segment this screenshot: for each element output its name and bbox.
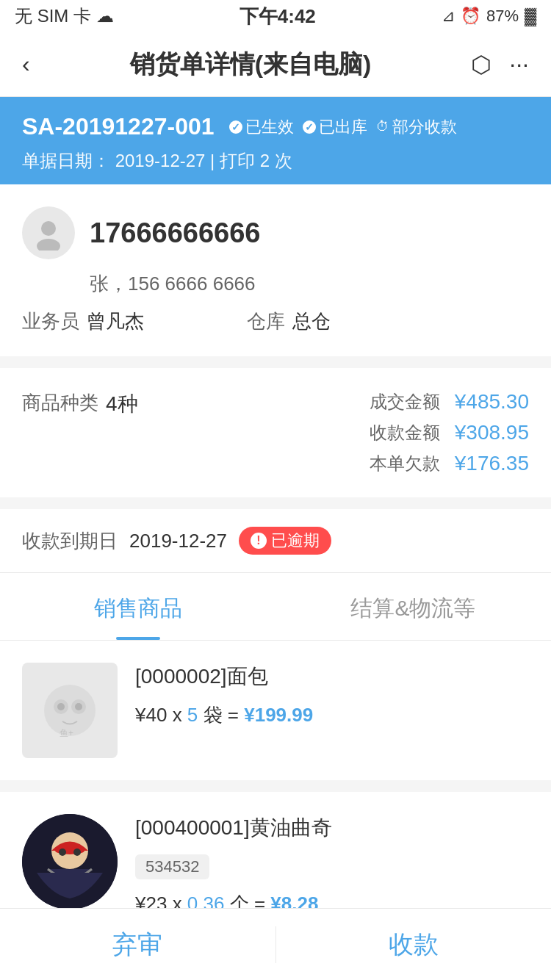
type-row: 商品种类 4种 [22,390,138,418]
price-qty-1: 5 [187,704,198,726]
product-thumbnail-2 [22,814,118,909]
nav-actions: ⬡ ··· [471,51,529,79]
debt-row: 本单欠款 ¥176.35 [370,452,529,475]
page-title: 销货单详情(来自电脑) [130,48,372,82]
warehouse-label: 仓库 [247,309,285,334]
debt-label: 本单欠款 [370,452,440,475]
header-banner: SA-20191227-001 ✓ 已生效 ✓ 已出库 ⏱ 部分收款 单据日期：… [0,97,551,184]
product-info-1: [0000002]面包 ¥40 x 5 袋 = ¥199.99 [135,663,529,758]
product-thumbnail-1: 鱼+ [22,663,118,758]
product-code-1: [0000002]面包 [135,663,529,691]
battery-text: 87% [486,7,519,26]
banner-row1: SA-20191227-001 ✓ 已生效 ✓ 已出库 ⏱ 部分收款 [22,113,529,140]
clock-icon: ⏱ [376,119,389,134]
price-unit-1: 袋 [204,704,223,726]
product-code-2: [000400001]黄油曲奇 [135,814,529,842]
status-tag-effective: ✓ 已生效 [229,116,294,138]
nav-bar: ‹ 销货单详情(来自电脑) ⬡ ··· [0,32,551,97]
status-left: 无 SIM 卡 ☁ [15,4,114,28]
amount-stats: 成交金额 ¥485.30 收款金额 ¥308.95 本单欠款 ¥176.35 [370,390,529,475]
stats-section: 商品种类 4种 成交金额 ¥485.30 收款金额 ¥308.95 本单欠款 ¥… [0,368,551,497]
due-section: 收款到期日 2019-12-27 ! 已逾期 [0,509,551,573]
status-tags: ✓ 已生效 ✓ 已出库 ⏱ 部分收款 [229,116,457,138]
banner-date-row: 单据日期： 2019-12-27 | 打印 2 次 [22,149,529,173]
customer-meta: 业务员 曾凡杰 仓库 总仓 [22,309,529,334]
deal-row: 成交金额 ¥485.30 [370,390,529,414]
table-row: 鱼+ [0000002]面包 ¥40 x 5 袋 = ¥199.99 [0,641,551,780]
signal-text: 无 SIM 卡 ☁ [15,4,114,28]
product-type-stats: 商品种类 4种 [22,390,138,475]
sales-value: 曾凡杰 [87,309,144,334]
sales-meta: 业务员 曾凡杰 [22,309,144,334]
warehouse-value: 总仓 [292,309,331,334]
bottom-bar: 弃审 收款 [0,908,551,980]
customer-section: 17666666666 张，156 6666 6666 业务员 曾凡杰 仓库 总… [0,184,551,356]
status-bar: 无 SIM 卡 ☁ 下午4:42 ⊿ ⏰ 87% ▓ [0,0,551,32]
owl-icon: 鱼+ [40,681,99,740]
due-label: 收款到期日 [22,528,118,554]
date-label: 单据日期： [22,151,110,170]
print-info: | 打印 2 次 [210,151,292,170]
check-icon-effective: ✓ [229,120,242,134]
overdue-text: 已逾期 [271,530,320,552]
receive-amount: ¥308.95 [455,421,529,444]
svg-point-5 [57,703,65,710]
product-sku-2: 534532 [135,854,209,879]
cancel-button[interactable]: 弃审 [0,928,276,962]
tabs-bar: 销售商品 结算&物流等 [0,573,551,641]
svg-point-0 [41,221,56,236]
status-tag-shipped: ✓ 已出库 [303,116,367,138]
svg-point-6 [75,703,82,710]
sales-label: 业务员 [22,309,79,334]
warning-icon: ! [251,533,267,549]
products-list: 鱼+ [0000002]面包 ¥40 x 5 袋 = ¥199.99 [0,641,551,939]
customer-name: 17666666666 [90,217,260,249]
customer-main-row: 17666666666 [22,206,529,259]
debt-amount: ¥176.35 [455,452,529,475]
customer-sub: 张，156 6666 6666 [22,271,529,297]
status-right: ⊿ ⏰ 87% ▓ [442,7,536,26]
deal-label: 成交金额 [370,390,440,414]
price-equals-1: = [228,704,244,726]
tab-settlement[interactable]: 结算&物流等 [276,573,551,640]
confirm-button[interactable]: 收款 [276,928,552,962]
price-total-1: ¥199.99 [244,704,313,726]
avatar [22,206,75,259]
ninja-icon [22,814,118,909]
order-id: SA-20191227-001 [22,113,215,140]
back-button[interactable]: ‹ [22,51,30,78]
receive-row: 收款金额 ¥308.95 [370,421,529,444]
svg-point-11 [59,849,66,856]
svg-point-1 [37,239,60,251]
receive-label: 收款金额 [370,421,440,444]
product-price-1: ¥40 x 5 袋 = ¥199.99 [135,702,529,728]
product-info-2: [000400001]黄油曲奇 534532 ¥23 x 0.36 个 = ¥8… [135,814,529,917]
price-multiply-1: x [173,704,187,726]
warehouse-meta: 仓库 总仓 [247,309,331,334]
location-icon: ⊿ [442,7,455,26]
deal-amount: ¥485.30 [455,390,529,414]
price-base-1: ¥40 [135,704,167,726]
tab-sales-products[interactable]: 销售商品 [0,573,276,640]
svg-text:鱼+: 鱼+ [60,728,73,738]
share-button[interactable]: ⬡ [471,51,491,79]
type-count: 4种 [106,390,138,418]
check-icon-shipped: ✓ [303,120,316,134]
battery-icon: ▓ [525,7,536,26]
status-time: 下午4:42 [240,4,316,29]
due-date: 2019-12-27 [129,530,227,552]
overdue-badge: ! 已逾期 [239,527,331,555]
status-tag-partial: ⏱ 部分收款 [376,116,457,138]
more-button[interactable]: ··· [509,51,529,78]
type-label: 商品种类 [22,390,98,418]
svg-point-12 [73,849,81,856]
alarm-icon: ⏰ [461,7,480,26]
avatar-icon [31,215,66,251]
order-date: 2019-12-27 [115,151,206,170]
